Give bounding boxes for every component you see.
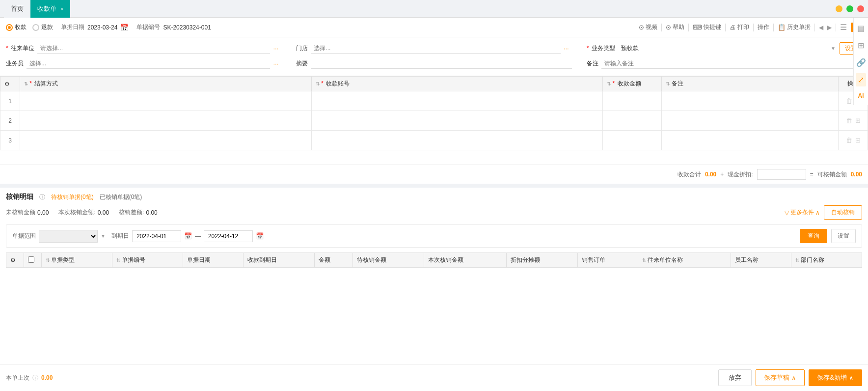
receipt-type-group: 收款 退款 (6, 23, 53, 31)
tab-receipt[interactable]: 收款单 × (30, 0, 70, 18)
help-btn[interactable]: ⊙ 帮助 (666, 23, 684, 31)
history-icon: 📋 (778, 24, 786, 31)
store-more-icon[interactable]: ··· (561, 45, 572, 52)
tab-home[interactable]: 首页 (4, 0, 30, 18)
list-view-icon[interactable]: ☰ (840, 23, 847, 32)
delete-icon[interactable]: 🗑 (846, 137, 852, 144)
filter-icon: ▽ (785, 209, 789, 216)
col-partner-header: ⇅ 往来单位名称 (638, 253, 731, 268)
col-settings-header[interactable]: ⚙ (0, 77, 20, 91)
tab-bar: 首页 收款单 × (0, 0, 868, 18)
help-icon: ⊙ (666, 24, 671, 31)
form-area: * 往来单位 ··· 门店 ··· * 业务类型 预收款 (0, 37, 868, 76)
table-row: 3 🗑 ⊞ (0, 131, 868, 150)
col-pending-header: 待核销金额 (353, 253, 424, 268)
video-btn[interactable]: ⊙ 视频 (639, 23, 657, 31)
bottom-table-container: ⚙ ⇅ 单据类型 ⇅ 单据编号 单据日期 (6, 252, 862, 268)
query-btn[interactable]: 查询 (800, 229, 827, 243)
prev-value: 0.00 (41, 374, 53, 381)
nav-prev-icon[interactable]: ◀ (819, 24, 823, 31)
col-account-header: ⇅ * 收款账号 (311, 77, 603, 91)
staff-more-icon[interactable]: ··· (270, 60, 281, 67)
completed-tab-link[interactable]: 已核销单据(0笔) (100, 193, 142, 201)
col-current-header: 本次核销金额 (424, 253, 506, 268)
print-btn[interactable]: 🖨 打印 (730, 23, 749, 31)
toolbar-right: ⊙ 视频 ⊙ 帮助 ⌨ 快捷键 🖨 打印 操作 (639, 23, 862, 32)
col-settings-btn[interactable]: ⚙ (6, 253, 24, 268)
col-amount-header: 金额 (315, 253, 353, 268)
col-doc-no-header: ⇅ 单据编号 (112, 253, 183, 268)
date-to-calendar-icon[interactable]: 📅 (256, 232, 264, 240)
stats-right: ▽ 更多条件 ∧ 自动核销 (785, 205, 862, 220)
video-icon: ⊙ (639, 24, 644, 31)
col-staff-header: 员工名称 (731, 253, 791, 268)
date-to-input[interactable] (204, 230, 253, 242)
table-row: 1 🗑 ⊞ (0, 91, 868, 111)
history-btn[interactable]: 📋 历史单据 (778, 23, 811, 31)
date-from-calendar-icon[interactable]: 📅 (184, 232, 192, 240)
remark-input[interactable] (601, 58, 862, 69)
shortcut-btn[interactable]: ⌨ 快捷键 (693, 23, 721, 31)
summary-input[interactable] (311, 58, 571, 69)
radio-receipt[interactable]: 收款 (6, 23, 27, 31)
delete-icon[interactable]: 🗑 (846, 97, 852, 105)
sidebar-table-icon[interactable]: ▤ (855, 22, 867, 35)
save-new-btn[interactable]: 保存&新增 ∧ (809, 369, 862, 386)
partner-more-icon[interactable]: ··· (270, 45, 281, 52)
window-close[interactable] (857, 5, 864, 12)
nav-next-icon[interactable]: ▶ (827, 24, 832, 31)
window-minimize[interactable] (836, 5, 842, 12)
range-field: 单据范围 ▼ (12, 230, 106, 243)
verification-title: 核销明细 (6, 193, 33, 201)
staff-input[interactable] (27, 58, 270, 69)
more-conditions-btn[interactable]: ▽ 更多条件 ∧ (785, 208, 820, 217)
copy-icon[interactable]: ⊞ (855, 137, 861, 144)
store-input[interactable] (311, 43, 560, 54)
partner-input[interactable] (37, 43, 270, 54)
bottom-table: ⚙ ⇅ 单据类型 ⇅ 单据编号 单据日期 (6, 252, 862, 268)
right-sidebar: ▤ ⊞ 🔗 ⤢ Ai (853, 18, 868, 105)
discount-input[interactable] (757, 169, 806, 180)
sidebar-grid-icon[interactable]: ⊞ (856, 39, 866, 52)
range-select[interactable] (39, 230, 98, 243)
pending-tab-link[interactable]: 待核销单据(0笔) (51, 193, 94, 201)
operation-btn[interactable]: 操作 (758, 23, 769, 31)
biz-type-chevron-icon[interactable]: ▼ (831, 46, 836, 51)
receipt-table-container: ⚙ ⇅ * 结算方式 ⇅ * 收款账号 ⇅ * 收款 (0, 76, 868, 165)
section-header: 核销明细 ⓘ 待核销单据(0笔) 已核销单据(0笔) (6, 193, 862, 201)
ai-label[interactable]: Ai (856, 90, 866, 101)
col-remark-header: ⇅ 备注 (662, 77, 839, 91)
bottom-left: 本单上次 ⓘ 0.00 (6, 374, 53, 382)
filter-buttons: 查询 设置 (800, 229, 856, 243)
copy-icon[interactable]: ⊞ (855, 117, 861, 124)
radio-refund[interactable]: 退款 (32, 23, 53, 31)
col-settle-header: ⇅ * 结算方式 (20, 77, 312, 91)
bottom-action-bar: 本单上次 ⓘ 0.00 放弃 保存草稿 ∧ 保存&新增 ∧ (0, 364, 868, 391)
main-container: 收款 退款 单据日期 2023-03-24 📅 单据编号 SK-20230324… (0, 18, 868, 391)
select-all-checkbox[interactable] (28, 256, 34, 263)
print-icon: 🖨 (730, 24, 736, 31)
tab-close-icon[interactable]: × (60, 0, 63, 18)
table-row: 2 🗑 ⊞ (0, 111, 868, 131)
settings-btn[interactable]: 设置 (831, 229, 856, 243)
calendar-icon[interactable]: 📅 (120, 24, 129, 31)
current-verify-stat: 本次核销金额: 0.00 (58, 208, 109, 217)
info-circle-icon: ⓘ (32, 374, 38, 382)
save-draft-btn[interactable]: 保存草稿 ∧ (756, 369, 805, 386)
col-doc-date-header: 单据日期 (183, 253, 244, 268)
range-chevron-icon: ▼ (101, 233, 106, 239)
abandon-btn[interactable]: 放弃 (718, 369, 752, 386)
summary-field: 摘要 (296, 58, 571, 69)
sidebar-expand-icon[interactable]: ⤢ (856, 73, 866, 86)
col-check-header[interactable] (24, 253, 42, 268)
chevron-up-icon: ∧ (815, 209, 820, 216)
sidebar-link-icon[interactable]: 🔗 (854, 56, 868, 69)
window-maximize[interactable] (846, 5, 853, 12)
top-toolbar: 收款 退款 单据日期 2023-03-24 📅 单据编号 SK-20230324… (0, 18, 868, 37)
stats-row: 未核销金额 0.00 本次核销金额: 0.00 核销差额: 0.00 ▽ 更多条… (6, 205, 862, 220)
auto-verify-btn[interactable]: 自动核销 (824, 205, 862, 220)
info-icon[interactable]: ⓘ (39, 193, 45, 201)
date-from-input[interactable] (132, 230, 181, 242)
delete-icon[interactable]: 🗑 (846, 117, 852, 124)
remark-field: 备注 (587, 58, 862, 69)
